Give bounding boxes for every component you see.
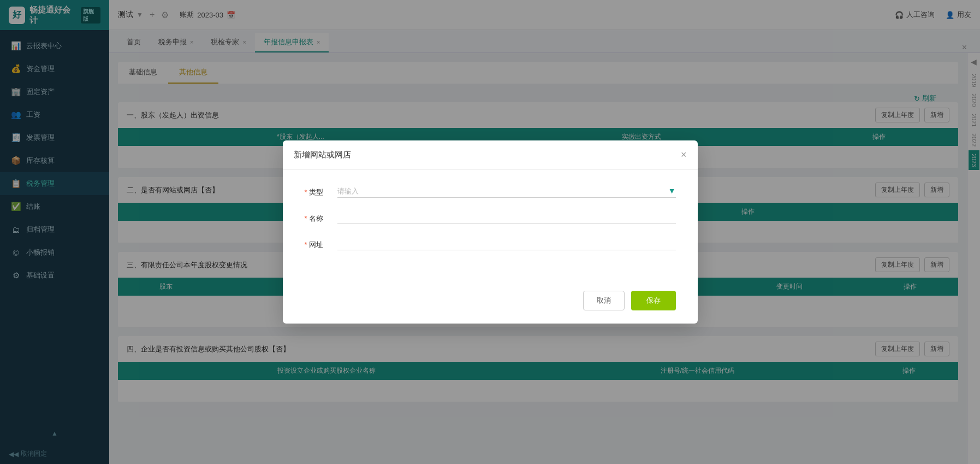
modal-overlay: 新增网站或网店 × * 类型 ▼ * 名称 xyxy=(0,0,980,464)
required-star-name: * xyxy=(305,214,307,222)
form-row-url: * 网址 xyxy=(305,239,676,250)
form-row-type: * 类型 ▼ xyxy=(305,186,676,198)
cancel-button[interactable]: 取消 xyxy=(583,291,625,310)
dialog-title: 新增网站或网店 xyxy=(294,150,351,160)
label-text-name: 名称 xyxy=(309,214,323,222)
form-input-wrap-name xyxy=(337,213,676,224)
form-label-name: * 名称 xyxy=(305,214,337,224)
add-website-dialog: 新增网站或网店 × * 类型 ▼ * 名称 xyxy=(283,140,698,324)
dialog-body: * 类型 ▼ * 名称 xyxy=(283,170,698,282)
form-label-url: * 网址 xyxy=(305,240,337,250)
form-input-wrap-url xyxy=(337,239,676,250)
type-input[interactable] xyxy=(337,187,668,195)
form-input-wrap-type: ▼ xyxy=(337,186,676,198)
form-row-name: * 名称 xyxy=(305,213,676,224)
dialog-header: 新增网站或网店 × xyxy=(283,140,698,170)
name-input[interactable] xyxy=(337,213,676,221)
type-dropdown-icon[interactable]: ▼ xyxy=(668,186,676,195)
required-star-url: * xyxy=(305,240,307,249)
label-text-type: 类型 xyxy=(309,188,323,196)
dialog-footer: 取消 保存 xyxy=(283,282,698,324)
url-input[interactable] xyxy=(337,239,676,248)
form-label-type: * 类型 xyxy=(305,187,337,197)
save-button[interactable]: 保存 xyxy=(631,291,676,310)
label-text-url: 网址 xyxy=(309,240,323,249)
dialog-close-button[interactable]: × xyxy=(681,149,687,161)
required-star: * xyxy=(305,188,307,196)
